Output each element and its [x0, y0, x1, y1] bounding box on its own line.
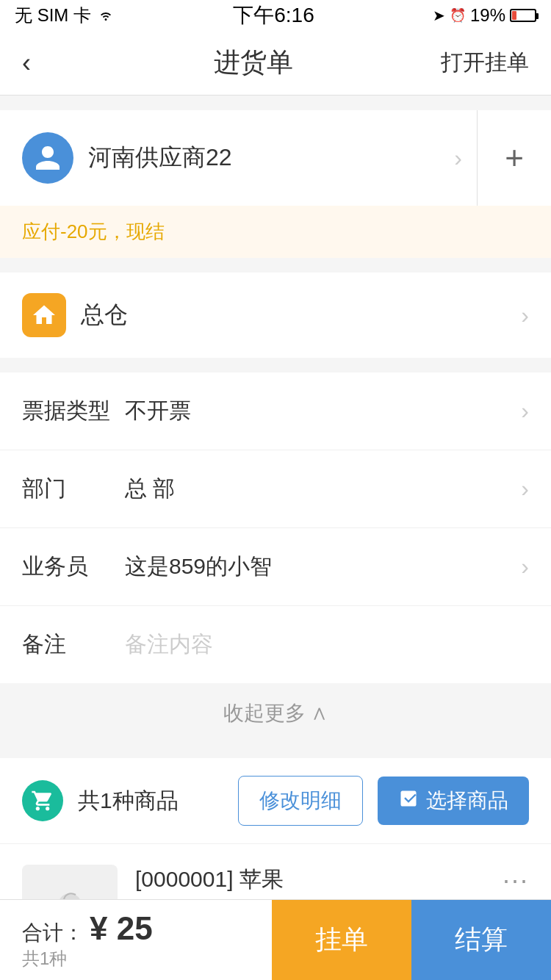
- select-product-label: 选择商品: [426, 787, 508, 815]
- status-bar: 无 SIM 卡 下午6:16 ➤ ⏰ 19%: [0, 0, 551, 31]
- alarm-icon: ⏰: [450, 7, 466, 24]
- battery-text: 19%: [470, 5, 505, 26]
- select-product-button[interactable]: 选择商品: [378, 777, 529, 825]
- sim-text: 无 SIM 卡: [15, 4, 91, 27]
- supplier-avatar: [22, 132, 73, 184]
- status-time: 下午6:16: [233, 1, 314, 29]
- invoice-type-chevron-icon: ›: [521, 397, 529, 425]
- status-right: ➤ ⏰ 19%: [433, 5, 536, 26]
- total-sub: 共1种: [22, 947, 250, 970]
- page-title: 进货单: [214, 45, 293, 81]
- product-count-icon: [22, 780, 63, 821]
- warehouse-chevron-icon: ›: [521, 302, 529, 329]
- remark-placeholder: 备注内容: [125, 630, 529, 660]
- supplier-notice: 应付-20元，现结: [0, 206, 551, 258]
- status-left: 无 SIM 卡: [15, 4, 115, 27]
- hang-button[interactable]: 挂单: [272, 900, 411, 981]
- warehouse-name: 总仓: [81, 299, 514, 331]
- remark-row[interactable]: 备注 备注内容: [0, 606, 551, 683]
- product-more-button[interactable]: ···: [503, 865, 529, 896]
- collapse-bar[interactable]: 收起更多 ∧: [0, 683, 551, 743]
- department-label: 部门: [22, 474, 125, 504]
- invoice-type-row[interactable]: 票据类型 不开票 ›: [0, 372, 551, 450]
- supplier-row[interactable]: 河南供应商22 ›: [0, 110, 477, 206]
- add-supplier-button[interactable]: +: [478, 110, 551, 206]
- select-product-icon: [398, 788, 419, 814]
- supplier-chevron-icon: ›: [454, 145, 462, 172]
- remark-label: 备注: [22, 630, 125, 660]
- back-button[interactable]: ‹: [22, 48, 66, 79]
- wifi-icon: [97, 5, 115, 26]
- bottom-bar: 合计： ¥ 25 共1种 挂单 结算: [0, 899, 551, 980]
- invoice-type-label: 票据类型: [22, 396, 125, 426]
- location-icon: ➤: [433, 7, 445, 24]
- checkout-button[interactable]: 结算: [411, 900, 551, 981]
- salesperson-chevron-icon: ›: [521, 553, 529, 580]
- supplier-section: 河南供应商22 › + 应付-20元，现结: [0, 110, 551, 258]
- product-name: [0000001] 苹果: [135, 865, 503, 895]
- department-row[interactable]: 部门 总 部 ›: [0, 450, 551, 528]
- total-area: 合计： ¥ 25 共1种: [0, 910, 272, 970]
- nav-bar: ‹ 进货单 打开挂单: [0, 31, 551, 96]
- total-amount: ¥ 25: [90, 910, 153, 947]
- salesperson-label: 业务员: [22, 552, 125, 582]
- product-header: 共1种商品 修改明细 选择商品: [0, 758, 551, 844]
- total-label: 合计：: [22, 919, 84, 947]
- edit-details-button[interactable]: 修改明细: [238, 776, 363, 826]
- department-value: 总 部: [125, 474, 514, 504]
- warehouse-icon: [22, 293, 66, 337]
- product-count-label: 共1种商品: [78, 786, 238, 816]
- invoice-type-value: 不开票: [125, 396, 514, 426]
- battery-icon: [510, 9, 536, 22]
- warehouse-row[interactable]: 总仓 ›: [0, 273, 551, 358]
- open-hang-button[interactable]: 打开挂单: [441, 48, 529, 78]
- form-section: 票据类型 不开票 › 部门 总 部 › 业务员 这是859的小智 › 备注 备注…: [0, 372, 551, 683]
- salesperson-value: 这是859的小智: [125, 552, 514, 582]
- salesperson-row[interactable]: 业务员 这是859的小智 ›: [0, 528, 551, 606]
- department-chevron-icon: ›: [521, 475, 529, 502]
- supplier-name: 河南供应商22: [88, 142, 447, 174]
